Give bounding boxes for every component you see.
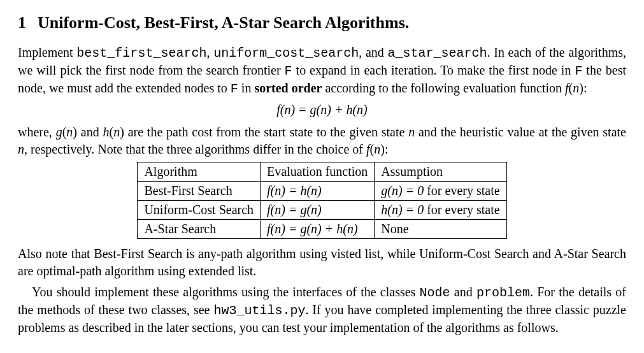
cell-asm: g(n) = 0 for every state <box>375 182 506 201</box>
cell-fn: f(n) = h(n) <box>261 182 375 201</box>
cell-asm: None <box>375 220 506 239</box>
code: hw3_utils.py <box>213 303 305 318</box>
paragraph-2: where, g(n) and h(n) are the path cost f… <box>18 124 626 158</box>
code: F <box>231 82 238 96</box>
section-title: Uniform-Cost, Best-First, A-Star Search … <box>38 13 409 32</box>
cell-asm: h(n) = 0 for every state <box>375 201 506 220</box>
algorithm-table: Algorithm Evaluation function Assumption… <box>137 162 506 239</box>
code: problem <box>476 285 530 300</box>
cell-alg: Best-First Search <box>138 182 261 201</box>
code: best_first_search <box>76 46 206 61</box>
th-evaluation: Evaluation function <box>261 162 375 182</box>
table-row: A-Star Search f(n) = g(n) + h(n) None <box>138 220 506 239</box>
section-heading: 1Uniform-Cost, Best-First, A-Star Search… <box>18 11 626 34</box>
code: Node <box>420 285 450 300</box>
equation-1: f(n) = g(n) + h(n) <box>18 101 626 119</box>
section-number: 1 <box>18 11 26 34</box>
paragraph-4: You should implement these algorithms us… <box>18 284 626 336</box>
th-algorithm: Algorithm <box>138 162 261 182</box>
cell-fn: f(n) = g(n) <box>261 201 375 220</box>
table-row: Uniform-Cost Search f(n) = g(n) h(n) = 0… <box>138 201 506 220</box>
table-header-row: Algorithm Evaluation function Assumption <box>138 162 506 182</box>
th-assumption: Assumption <box>375 162 506 182</box>
bold: sorted order <box>254 81 322 95</box>
cell-fn: f(n) = g(n) + h(n) <box>261 220 375 239</box>
paragraph-3: Also note that Best-First Search is any-… <box>18 245 626 280</box>
table-row: Best-First Search f(n) = h(n) g(n) = 0 f… <box>138 182 506 201</box>
code: uniform_cost_search <box>213 46 359 61</box>
paragraph-1: Implement best_first_search, uniform_cos… <box>18 44 626 97</box>
code: F <box>285 64 292 78</box>
equation-text: f(n) = g(n) + h(n) <box>276 103 368 117</box>
cell-alg: Uniform-Cost Search <box>138 201 261 220</box>
code: F <box>575 64 582 78</box>
code: a_star_search <box>387 46 487 61</box>
cell-alg: A-Star Search <box>138 220 261 239</box>
